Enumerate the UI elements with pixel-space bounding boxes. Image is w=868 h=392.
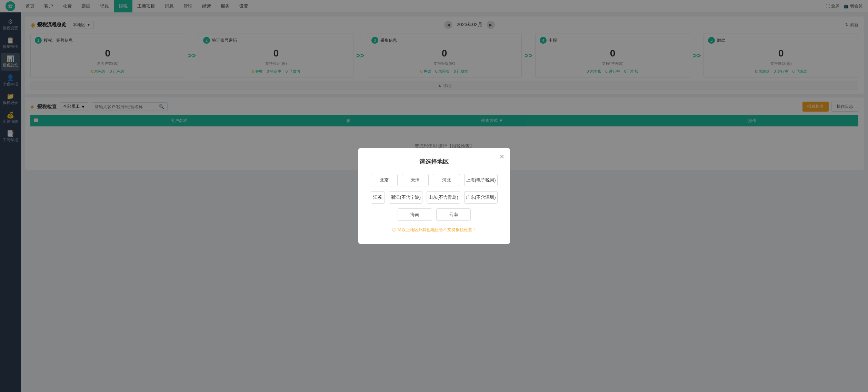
modal-dialog: ✕ 请选择地区 北京 天津 河北 上海(电子税局) 江苏 浙江(不含宁波) 山东… [358, 148, 510, 244]
region-btn-jiangsu[interactable]: 江苏 [371, 191, 385, 204]
region-btn-guangdong[interactable]: 广东(不含深圳) [464, 191, 498, 204]
region-btn-hainan[interactable]: 海南 [398, 208, 432, 221]
region-btn-zhejiang[interactable]: 浙江(不含宁波) [389, 191, 422, 204]
region-grid-row1: 北京 天津 河北 上海(电子税局) [371, 174, 498, 186]
region-btn-hebei[interactable]: 河北 [433, 174, 460, 186]
warning-text: 除以上地区外其他地区暂不支持报税检查！ [398, 227, 476, 233]
region-btn-tianjin[interactable]: 天津 [402, 174, 429, 186]
region-btn-shanghai[interactable]: 上海(电子税局) [464, 174, 498, 186]
region-btn-beijing[interactable]: 北京 [371, 174, 398, 186]
modal-close-btn[interactable]: ✕ [499, 153, 505, 161]
modal-warning: ⓘ 除以上地区外其他地区暂不支持报税检查！ [371, 227, 498, 233]
region-btn-shandong[interactable]: 山东(不含青岛) [427, 191, 460, 204]
region-btn-yunnan[interactable]: 云南 [436, 208, 471, 221]
region-grid-row3: 海南 云南 [371, 208, 498, 221]
warning-icon: ⓘ [392, 227, 396, 233]
modal-overlay[interactable]: ✕ 请选择地区 北京 天津 河北 上海(电子税局) 江苏 浙江(不含宁波) 山东… [0, 0, 868, 392]
modal-title: 请选择地区 [371, 158, 498, 166]
region-grid-row2: 江苏 浙江(不含宁波) 山东(不含青岛) 广东(不含深圳) [371, 191, 498, 204]
